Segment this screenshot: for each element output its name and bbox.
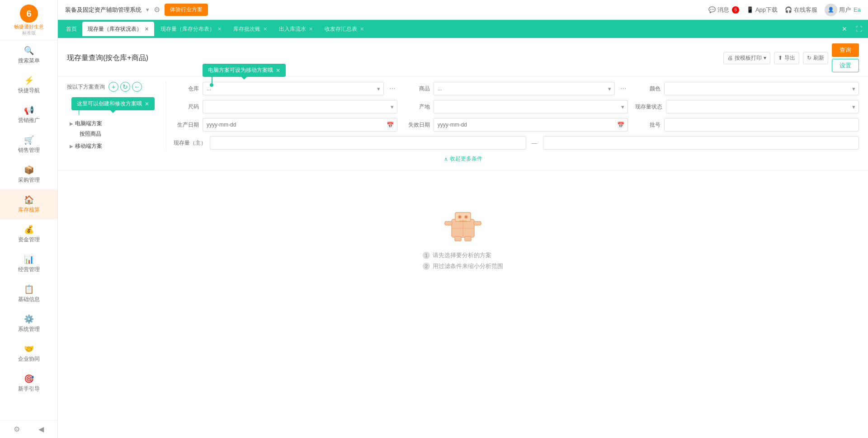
- scheme-child-item[interactable]: 按照商品: [71, 129, 161, 139]
- origin-select[interactable]: [434, 100, 628, 113]
- color-select-wrapper[interactable]: [664, 82, 859, 95]
- production-date-start-icon[interactable]: 📅: [387, 122, 394, 128]
- sidebar-settings-btn[interactable]: ⚙: [14, 425, 20, 433]
- warehouse-label: 仓库: [174, 85, 199, 93]
- scheme-child-label: 按照商品: [80, 130, 101, 138]
- add-scheme-btn[interactable]: +: [108, 82, 118, 92]
- sidebar-collapse-btn[interactable]: ◀: [38, 425, 44, 433]
- print-icon: 🖨: [727, 55, 733, 61]
- tab-inout-flow[interactable]: 出入库流水 ✕: [274, 22, 318, 36]
- tab-batch-ledger-close[interactable]: ✕: [263, 26, 267, 32]
- empty-state: 1 请先选择要分析的方案 2 用过滤条件来缩小分析范围: [423, 203, 503, 273]
- size-select[interactable]: [203, 100, 397, 113]
- size-field: 尺码: [174, 100, 397, 113]
- product-input[interactable]: [434, 82, 615, 95]
- online-support-label: 在线客服: [794, 6, 817, 14]
- tab-fullscreen-btn[interactable]: ⛶: [854, 24, 864, 34]
- tab-bar-right: ✕ ⛶: [839, 24, 864, 34]
- guide-icon: 🎯: [24, 374, 34, 384]
- query-btn[interactable]: 查询: [832, 43, 859, 57]
- sidebar-item-system[interactable]: ⚙️ 系统管理: [0, 309, 57, 339]
- qty-main-max[interactable]: [543, 136, 859, 150]
- print-template-btn[interactable]: 🖨 按模板打印 ▾: [723, 52, 770, 64]
- scheme-mobile-label: 移动端方案: [75, 142, 102, 150]
- sidebar-item-label: 销售管理: [18, 146, 40, 154]
- messages-action[interactable]: 💬 消息 6: [708, 6, 739, 14]
- tab-inventory-dist[interactable]: 现存量（库存分布表） ✕: [155, 22, 227, 36]
- tab-home[interactable]: 首页: [61, 22, 81, 36]
- tab-close-all-btn[interactable]: ✕: [839, 24, 850, 34]
- status-select-wrapper[interactable]: [666, 100, 859, 113]
- sales-icon: 🛒: [24, 135, 34, 145]
- tab-batch-ledger[interactable]: 库存批次账 ✕: [228, 22, 273, 36]
- sidebar-item-guide[interactable]: 🎯 新手引导: [0, 368, 57, 398]
- sidebar-item-label: 基础信息: [18, 296, 40, 303]
- scheme-item-pc[interactable]: ▶ 电脑端方案: [67, 118, 161, 129]
- qty-main-min[interactable]: [210, 136, 526, 150]
- tab-inout-flow-close[interactable]: ✕: [309, 26, 313, 32]
- edit-tooltip-close-btn[interactable]: ✕: [145, 101, 149, 107]
- status-select[interactable]: [666, 100, 859, 113]
- batch-label: 批号: [635, 121, 660, 129]
- system-dropdown-icon[interactable]: ▾: [146, 6, 149, 13]
- app-logo-icon: 6: [20, 5, 38, 23]
- sidebar-item-marketing[interactable]: 📢 营销推广: [0, 100, 57, 130]
- filter-row-3: 生产日期 📅 失效日期: [174, 118, 859, 132]
- tab-inventory-dist-label: 现存量（库存分布表）: [160, 25, 215, 33]
- tab-receive-send-close[interactable]: ✕: [360, 26, 364, 32]
- sidebar-item-purchase[interactable]: 📦 采购管理: [0, 160, 57, 189]
- batch-input[interactable]: [664, 118, 859, 132]
- scheme-item-mobile[interactable]: ▶ 移动端方案: [67, 141, 161, 151]
- filter-settings-btn[interactable]: 设置: [832, 59, 859, 72]
- sidebar-item-search-menu[interactable]: 🔍 搜索菜单: [0, 40, 57, 70]
- sidebar-item-finance[interactable]: 💰 资金管理: [0, 219, 57, 249]
- sidebar-item-label: 采购管理: [18, 176, 40, 184]
- sidebar-item-quick-nav[interactable]: ⚡ 快捷导航: [0, 70, 57, 100]
- tip-num-2: 2: [423, 263, 430, 270]
- collapse-bar[interactable]: ∧ 收起更多条件: [67, 151, 859, 165]
- empty-state-area: 1 请先选择要分析的方案 2 用过滤条件来缩小分析范围: [58, 170, 868, 306]
- edit-scheme-tooltip: 这里可以创建和修改方案哦 ✕: [71, 97, 155, 110]
- tab-receive-send[interactable]: 收发存汇总表 ✕: [319, 22, 369, 36]
- expiry-date-start-icon[interactable]: 📅: [617, 122, 624, 128]
- filter-row-2: 尺码 产地: [174, 100, 859, 113]
- color-select[interactable]: [664, 82, 859, 95]
- sidebar-item-operations[interactable]: 📊 经营管理: [0, 249, 57, 279]
- user-action[interactable]: 👤 用户 Ea: [825, 4, 861, 16]
- status-label: 现存量状态: [635, 103, 662, 111]
- tab-inventory-status-close[interactable]: ✕: [145, 26, 149, 32]
- empty-illustration: [443, 203, 483, 244]
- header-settings-icon[interactable]: ⚙: [154, 5, 160, 14]
- refresh-scheme-btn[interactable]: ↻: [120, 82, 130, 92]
- operations-icon: 📊: [24, 254, 34, 264]
- export-btn[interactable]: ⬆ 导出: [774, 52, 799, 64]
- qty-main-label: 现存量（主）: [174, 139, 206, 147]
- sidebar-item-sales[interactable]: 🛒 销售管理: [0, 130, 57, 160]
- warehouse-more-icon[interactable]: ···: [387, 85, 397, 93]
- refresh-btn[interactable]: ↻ 刷新: [803, 52, 828, 64]
- svg-rect-13: [455, 236, 461, 241]
- expiry-date-start[interactable]: [434, 118, 628, 132]
- sidebar-item-label: 库存核算: [18, 206, 40, 214]
- origin-select-wrapper[interactable]: [434, 100, 628, 113]
- industry-btn[interactable]: 体验行业方案: [165, 4, 208, 16]
- sidebar-item-label: 经营管理: [18, 266, 40, 273]
- print-template-label: 按模板打印: [735, 54, 762, 62]
- back-scheme-btn[interactable]: ←: [132, 82, 142, 92]
- svg-rect-14: [465, 236, 471, 241]
- sidebar-item-basic-info[interactable]: 📋 基础信息: [0, 279, 57, 309]
- tab-inventory-status[interactable]: 现存量（库存状况表） ✕: [82, 22, 154, 36]
- product-more-icon[interactable]: ···: [618, 85, 628, 93]
- collapse-up-icon: ∧: [444, 156, 448, 162]
- size-select-wrapper[interactable]: [203, 100, 397, 113]
- inventory-icon: 🏠: [24, 195, 34, 205]
- sidebar-item-enterprise[interactable]: 🤝 企业协同: [0, 339, 57, 368]
- sidebar-item-inventory[interactable]: 🏠 库存核算: [0, 189, 57, 219]
- app-download-action[interactable]: 📱 App下载: [746, 6, 778, 14]
- online-support-action[interactable]: 🎧 在线客服: [785, 6, 817, 14]
- production-date-start[interactable]: [203, 118, 397, 132]
- pc-tooltip-close-btn[interactable]: ✕: [276, 67, 280, 74]
- tab-inventory-dist-close[interactable]: ✕: [217, 26, 222, 32]
- filter-btns: + ↻ ←: [108, 82, 142, 92]
- support-icon: 🎧: [785, 6, 792, 13]
